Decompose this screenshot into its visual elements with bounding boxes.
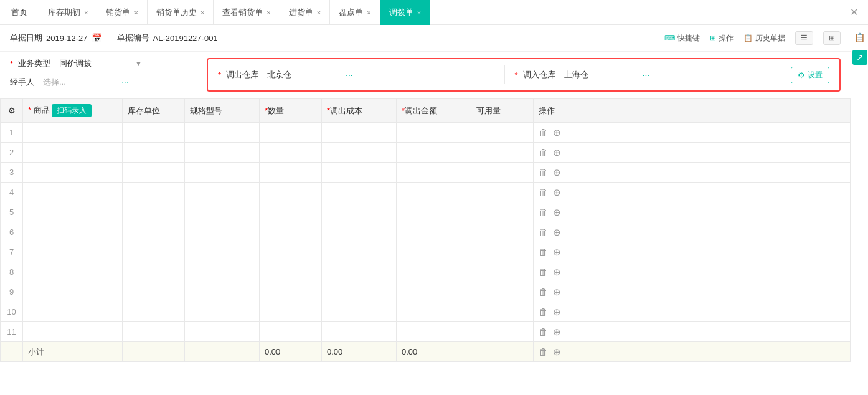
- tab-transfer[interactable]: 调拨单 ×: [380, 0, 430, 25]
- tab-sales[interactable]: 销货单 ×: [97, 0, 147, 25]
- delete-icon[interactable]: 🗑: [539, 307, 548, 317]
- spec-cell[interactable]: [185, 183, 260, 202]
- close-icon[interactable]: ×: [317, 9, 321, 16]
- unit-cell[interactable]: [123, 282, 185, 302]
- spec-cell[interactable]: [185, 262, 260, 282]
- cost-cell[interactable]: [322, 202, 397, 222]
- copy-icon[interactable]: ⊕: [553, 267, 561, 278]
- product-cell[interactable]: [23, 222, 123, 242]
- cost-cell[interactable]: [322, 242, 397, 262]
- quantity-cell[interactable]: [260, 143, 322, 163]
- copy-icon[interactable]: ⊕: [553, 307, 561, 318]
- cost-cell[interactable]: [322, 302, 397, 322]
- quantity-cell[interactable]: [260, 262, 322, 282]
- copy-icon[interactable]: ⊕: [553, 187, 561, 198]
- tab-inventory-init[interactable]: 库存期初 ×: [39, 0, 97, 25]
- available-cell[interactable]: [471, 242, 534, 262]
- close-icon[interactable]: ×: [134, 9, 138, 16]
- product-cell[interactable]: [23, 183, 123, 202]
- cost-cell[interactable]: [322, 183, 397, 202]
- available-cell[interactable]: [471, 262, 534, 282]
- cost-cell[interactable]: [322, 322, 397, 342]
- more-icon[interactable]: ···: [121, 77, 129, 87]
- copy-icon[interactable]: ⊕: [553, 346, 561, 358]
- amount-cell[interactable]: [397, 143, 471, 163]
- available-cell[interactable]: [471, 302, 534, 322]
- product-cell[interactable]: [23, 123, 123, 143]
- th-gear[interactable]: ⚙: [1, 99, 23, 123]
- unit-cell[interactable]: [123, 262, 185, 282]
- delete-icon[interactable]: 🗑: [539, 167, 548, 178]
- spec-cell[interactable]: [185, 282, 260, 302]
- quantity-cell[interactable]: [260, 202, 322, 222]
- amount-cell[interactable]: [397, 242, 471, 262]
- quantity-cell[interactable]: [260, 242, 322, 262]
- delete-icon[interactable]: 🗑: [539, 187, 548, 198]
- calendar-icon[interactable]: 📅: [92, 33, 102, 43]
- product-cell[interactable]: [23, 242, 123, 262]
- tab-view-sales[interactable]: 查看销货单 ×: [214, 0, 280, 25]
- delete-icon[interactable]: 🗑: [539, 147, 548, 158]
- quantity-cell[interactable]: [260, 222, 322, 242]
- copy-icon[interactable]: ⊕: [553, 167, 561, 178]
- sidebar-export-icon[interactable]: ↗: [852, 50, 867, 65]
- unit-cell[interactable]: [123, 143, 185, 163]
- close-icon[interactable]: ×: [367, 9, 370, 16]
- amount-cell[interactable]: [397, 282, 471, 302]
- delete-icon[interactable]: 🗑: [539, 287, 548, 297]
- business-type-value[interactable]: 同价调拨: [55, 58, 130, 69]
- amount-cell[interactable]: [397, 183, 471, 202]
- spec-cell[interactable]: [185, 302, 260, 322]
- in-warehouse-more-icon[interactable]: ···: [643, 70, 650, 80]
- spec-cell[interactable]: [185, 143, 260, 163]
- cost-cell[interactable]: [322, 143, 397, 163]
- available-cell[interactable]: [471, 183, 534, 202]
- tab-home[interactable]: 首页: [0, 0, 39, 25]
- cost-cell[interactable]: [322, 163, 397, 183]
- operations-button[interactable]: ⊞ 操作: [710, 33, 734, 44]
- sidebar-note-icon[interactable]: 📋: [852, 30, 867, 45]
- unit-cell[interactable]: [123, 123, 185, 143]
- unit-cell[interactable]: [123, 222, 185, 242]
- scan-button[interactable]: 扫码录入: [52, 104, 92, 117]
- unit-cell[interactable]: [123, 202, 185, 222]
- quantity-cell[interactable]: [260, 282, 322, 302]
- settings-button[interactable]: ⚙ 设置: [791, 67, 829, 83]
- cost-cell[interactable]: [322, 222, 397, 242]
- quantity-cell[interactable]: [260, 183, 322, 202]
- delete-icon[interactable]: 🗑: [539, 227, 548, 237]
- cost-cell[interactable]: [322, 123, 397, 143]
- spec-cell[interactable]: [185, 242, 260, 262]
- delete-icon[interactable]: 🗑: [539, 346, 548, 357]
- copy-icon[interactable]: ⊕: [553, 287, 561, 298]
- unit-cell[interactable]: [123, 242, 185, 262]
- available-cell[interactable]: [471, 282, 534, 302]
- delete-icon[interactable]: 🗑: [539, 326, 548, 337]
- cost-cell[interactable]: [322, 282, 397, 302]
- amount-cell[interactable]: [397, 302, 471, 322]
- tab-sales-history[interactable]: 销货单历史 ×: [148, 0, 214, 25]
- layout-button-1[interactable]: ☰: [795, 31, 813, 45]
- handler-value[interactable]: 选择...: [39, 77, 114, 88]
- close-icon[interactable]: ×: [200, 9, 204, 16]
- close-icon[interactable]: ×: [417, 9, 421, 16]
- product-cell[interactable]: [23, 163, 123, 183]
- spec-cell[interactable]: [185, 222, 260, 242]
- close-icon[interactable]: ×: [267, 9, 270, 16]
- amount-cell[interactable]: [397, 322, 471, 342]
- out-warehouse-value[interactable]: 北京仓: [263, 69, 338, 80]
- tab-inventory-check[interactable]: 盘点单 ×: [330, 0, 380, 25]
- amount-cell[interactable]: [397, 222, 471, 242]
- product-cell[interactable]: [23, 143, 123, 163]
- in-warehouse-value[interactable]: 上海仓: [560, 69, 635, 80]
- available-cell[interactable]: [471, 202, 534, 222]
- delete-icon[interactable]: 🗑: [539, 247, 548, 257]
- delete-icon[interactable]: 🗑: [539, 207, 548, 217]
- copy-icon[interactable]: ⊕: [553, 326, 561, 338]
- unit-cell[interactable]: [123, 163, 185, 183]
- copy-icon[interactable]: ⊕: [553, 127, 561, 138]
- amount-cell[interactable]: [397, 163, 471, 183]
- spec-cell[interactable]: [185, 322, 260, 342]
- available-cell[interactable]: [471, 123, 534, 143]
- delete-icon[interactable]: 🗑: [539, 127, 548, 138]
